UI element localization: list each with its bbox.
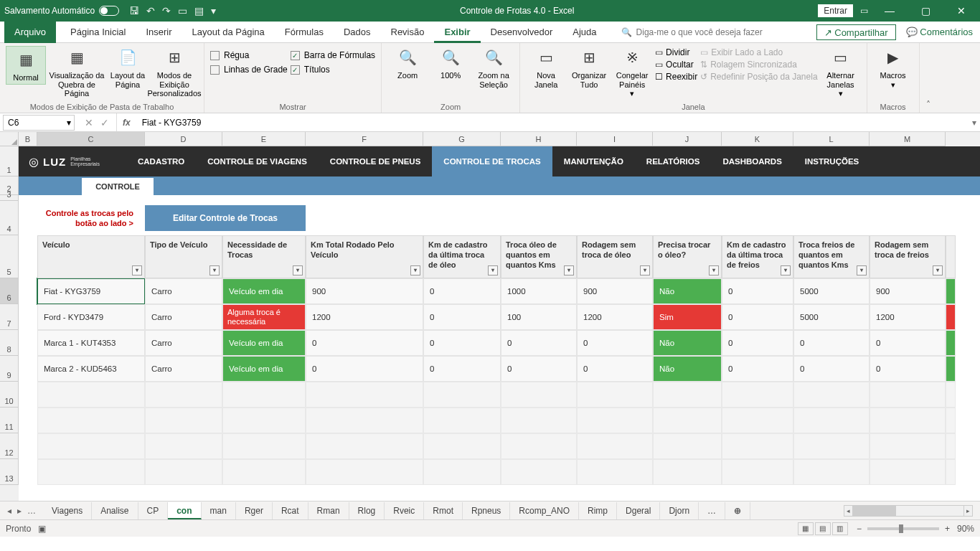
cell-c[interactable]: Marca 1 - KUT4353 (37, 330, 145, 356)
cell-h[interactable]: 1000 (501, 278, 577, 304)
cell-l[interactable]: 0 (793, 356, 870, 382)
sheet-tab-rmot[interactable]: Rmot (424, 502, 463, 519)
row-header[interactable]: 9 (0, 356, 19, 382)
cell-k[interactable]: 0 (722, 304, 793, 330)
col-header[interactable]: K (722, 132, 793, 146)
col-header[interactable]: F (306, 132, 423, 146)
view-normal-button[interactable]: ▦Normal (6, 46, 46, 85)
row-header[interactable]: 10 (0, 382, 19, 408)
filter-dropdown-icon[interactable]: ▾ (933, 265, 943, 276)
row-header[interactable]: 12 (0, 433, 19, 459)
cell-l[interactable]: 5000 (793, 304, 870, 330)
cell-g[interactable]: 0 (423, 356, 501, 382)
cell-l[interactable]: 5000 (793, 278, 870, 304)
print-icon[interactable]: ▤ (194, 5, 204, 17)
col-header[interactable]: J (653, 132, 722, 146)
subtab-controle[interactable]: CONTROLE (82, 178, 154, 195)
cell-l[interactable]: 0 (793, 330, 870, 356)
column-header-l[interactable]: Troca freios de quantos em quantos Kms▾ (793, 235, 870, 278)
formulabar-checkbox[interactable]: ✓Barra de Fórmulas (291, 50, 375, 60)
cell-f[interactable]: 0 (306, 356, 423, 382)
nav-manutenção[interactable]: MANUTENÇÃO (552, 146, 635, 176)
sheet-nav-prev-icon[interactable]: ▸ (17, 506, 22, 516)
sheet-tab-viagens[interactable]: Viagens (43, 502, 92, 519)
tab-file[interactable]: Arquivo (4, 22, 56, 43)
row-header[interactable]: 4 (0, 201, 19, 235)
cell-f[interactable]: 0 (306, 330, 423, 356)
col-header[interactable]: G (423, 132, 501, 146)
cell-c[interactable]: Ford - KYD3479 (37, 304, 145, 330)
undo-icon[interactable]: ↶ (146, 5, 155, 17)
column-header-k[interactable]: Km de cadastro da última troca de freios… (722, 235, 793, 278)
cell-m[interactable]: 0 (870, 356, 946, 382)
sheet-nav-first-icon[interactable]: ◂ (7, 506, 11, 516)
filter-dropdown-icon[interactable]: ▾ (564, 265, 574, 276)
nav-instruções[interactable]: INSTRUÇÕES (793, 146, 870, 176)
sheet-tab-man[interactable]: man (202, 502, 236, 519)
select-all-corner[interactable] (0, 132, 19, 146)
col-header[interactable]: L (793, 132, 870, 146)
col-header[interactable]: E (222, 132, 306, 146)
tab-layout-da-página[interactable]: Layout da Página (182, 22, 275, 43)
cell-d[interactable]: Carro (145, 356, 222, 382)
tab-dados[interactable]: Dados (334, 22, 381, 43)
sheet-tab-analise[interactable]: Analise (92, 502, 138, 519)
view-custom-button[interactable]: ⊞Modos de Exibição Personalizados (151, 46, 198, 98)
sheet-tab-con[interactable]: con (168, 502, 201, 519)
minimize-button[interactable]: — (875, 5, 904, 17)
sheet-nav-more-icon[interactable]: … (27, 506, 36, 516)
maximize-button[interactable]: ▢ (911, 5, 940, 17)
tell-me-search[interactable]: 🔍 Diga-me o que você deseja fazer (607, 27, 814, 37)
tab-inserir[interactable]: Inserir (136, 22, 182, 43)
cell-i[interactable]: 900 (577, 278, 653, 304)
tab-revisão[interactable]: Revisão (381, 22, 435, 43)
gridlines-checkbox[interactable]: Linhas de Grade (210, 65, 288, 75)
column-header-d[interactable]: Tipo de Veículo▾ (145, 235, 222, 278)
col-header[interactable]: I (577, 132, 653, 146)
filter-dropdown-icon[interactable]: ▾ (640, 265, 650, 276)
view-pagebreak-button[interactable]: ▦Visualização da Quebra de Página (49, 46, 105, 98)
sheet-tab-rman[interactable]: Rman (308, 502, 349, 519)
column-header-e[interactable]: Necessidade de Trocas▾ (222, 235, 306, 278)
touch-icon[interactable]: ▭ (178, 5, 187, 17)
view-normal-icon[interactable]: ▦ (798, 522, 814, 535)
nav-controle-de-viagens[interactable]: CONTROLE DE VIAGENS (196, 146, 319, 176)
cell-c[interactable]: Marca 2 - KUD5463 (37, 356, 145, 382)
cell-k[interactable]: 0 (722, 356, 793, 382)
cell-m[interactable]: 900 (870, 278, 946, 304)
tab-desenvolvedor[interactable]: Desenvolvedor (481, 22, 563, 43)
cell-e[interactable]: Veículo em dia (222, 278, 306, 304)
redo-icon[interactable]: ↷ (162, 5, 171, 17)
col-header[interactable]: H (501, 132, 577, 146)
cell-h[interactable]: 0 (501, 356, 577, 382)
nav-dashboards[interactable]: DASHBOARDS (711, 146, 793, 176)
split-button[interactable]: ▭ Dividir (655, 47, 697, 57)
filter-dropdown-icon[interactable]: ▾ (132, 265, 142, 276)
sheet-tab-rger[interactable]: Rger (236, 502, 273, 519)
col-header[interactable]: C (37, 132, 145, 146)
scrollbar-thumb[interactable] (853, 506, 896, 516)
cell-k[interactable]: 0 (722, 330, 793, 356)
sheet-tab-rimp[interactable]: Rimp (579, 502, 617, 519)
sheet-tab-dgeral[interactable]: Dgeral (617, 502, 660, 519)
cell-j[interactable]: Não (653, 278, 722, 304)
fx-icon[interactable]: fx (117, 118, 136, 128)
cell-c[interactable]: Fiat - KYG3759 (37, 278, 145, 304)
cell-j[interactable]: Não (653, 330, 722, 356)
row-header[interactable]: 5 (0, 235, 19, 278)
cell-g[interactable]: 0 (423, 304, 501, 330)
scroll-right-icon[interactable]: ▸ (963, 506, 972, 516)
row-header[interactable]: 13 (0, 459, 19, 485)
filter-dropdown-icon[interactable]: ▾ (781, 265, 791, 276)
cell-e[interactable]: Veículo em dia (222, 356, 306, 382)
col-header[interactable]: B (19, 132, 37, 146)
nav-controle-de-pneus[interactable]: CONTROLE DE PNEUS (319, 146, 433, 176)
tab-página-inicial[interactable]: Página Inicial (60, 22, 136, 43)
switch-windows-button[interactable]: ▭Alternar Janelas▾ (821, 46, 861, 98)
cancel-icon[interactable]: ✕ (85, 117, 93, 128)
headings-checkbox[interactable]: ✓Títulos (291, 65, 375, 75)
filter-dropdown-icon[interactable]: ▾ (488, 265, 498, 276)
view-pagelayout-button[interactable]: 📄Layout da Página (108, 46, 148, 89)
sheet-tab-cp[interactable]: CP (138, 502, 169, 519)
close-button[interactable]: ✕ (947, 5, 976, 17)
